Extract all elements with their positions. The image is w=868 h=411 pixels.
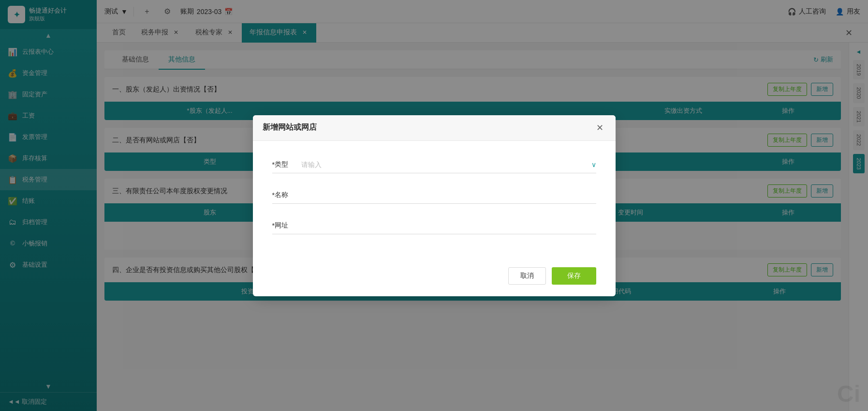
name-input[interactable]	[301, 191, 596, 199]
form-item-type: * 类型 ∨	[272, 156, 596, 173]
modal-header: 新增网站或网店 ✕	[253, 115, 616, 141]
name-label-text: 名称	[275, 191, 288, 199]
url-label-text: 网址	[275, 221, 288, 230]
type-label-text: 类型	[275, 160, 288, 169]
type-input-wrap: * 类型 ∨	[272, 156, 596, 173]
modal-title: 新增网站或网店	[263, 122, 317, 133]
url-input-wrap: * 网址	[272, 217, 596, 234]
name-label: * 名称	[272, 191, 301, 199]
modal-footer: 取消 保存	[253, 259, 616, 296]
url-input[interactable]	[301, 222, 596, 229]
form-item-name: * 名称	[272, 187, 596, 204]
name-input-wrap: * 名称	[272, 187, 596, 204]
add-website-modal: 新增网站或网店 ✕ * 类型 ∨	[253, 115, 616, 296]
type-input[interactable]	[301, 161, 591, 168]
modal-overlay: 新增网站或网店 ✕ * 类型 ∨	[0, 0, 868, 411]
modal-close-icon: ✕	[596, 122, 603, 133]
modal-close-btn[interactable]: ✕	[594, 122, 606, 134]
form-item-url: * 网址	[272, 217, 596, 234]
type-dropdown-arrow[interactable]: ∨	[591, 161, 596, 168]
save-button[interactable]: 保存	[552, 267, 596, 285]
type-label: * 类型	[272, 160, 301, 169]
url-label: * 网址	[272, 221, 301, 230]
cancel-button[interactable]: 取消	[508, 267, 546, 285]
modal-body: * 类型 ∨ * 名称	[253, 141, 616, 259]
